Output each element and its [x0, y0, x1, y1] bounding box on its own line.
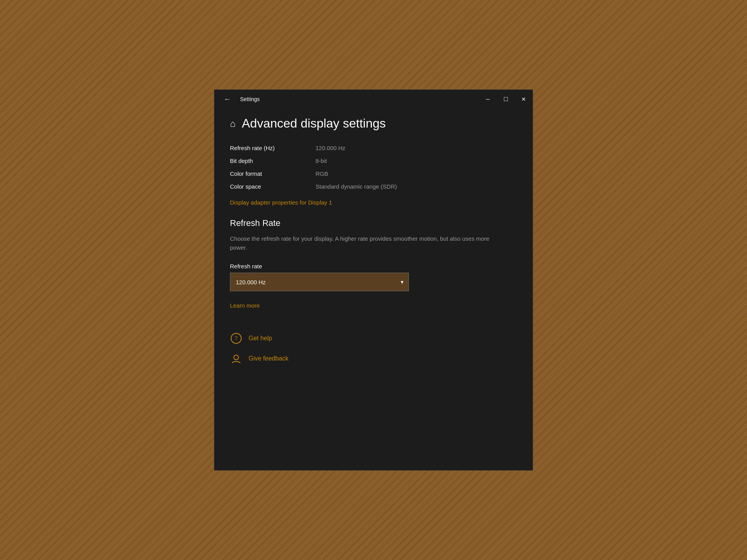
info-value-bit-depth: 8-bit	[316, 158, 327, 164]
maximize-button[interactable]: ☐	[497, 90, 515, 108]
adapter-properties-link[interactable]: Display adapter properties for Display 1	[230, 199, 332, 206]
give-feedback-icon	[230, 352, 242, 365]
refresh-rate-select[interactable]: 60.000 Hz 120.000 Hz	[230, 273, 409, 291]
give-feedback-link[interactable]: Give feedback	[230, 352, 517, 365]
back-button[interactable]: ←	[221, 94, 234, 105]
refresh-rate-dropdown-wrapper[interactable]: 60.000 Hz 120.000 Hz	[230, 273, 409, 291]
learn-more-link[interactable]: Learn more	[230, 302, 260, 309]
settings-window: ← Settings ─ ☐ ✕ ⌂ Advanced display sett…	[214, 89, 533, 471]
info-row-bit-depth: Bit depth 8-bit	[230, 154, 517, 167]
info-row-color-format: Color format RGB	[230, 167, 517, 180]
title-bar-controls: ─ ☐ ✕	[479, 90, 533, 108]
svg-point-2	[234, 355, 238, 360]
title-bar-left: ← Settings	[221, 94, 260, 105]
refresh-rate-section-title: Refresh Rate	[230, 218, 517, 228]
close-button[interactable]: ✕	[515, 90, 533, 108]
bottom-links: ? Get help Give feedback	[230, 332, 517, 365]
info-value-refresh-rate: 120.000 Hz	[316, 145, 345, 151]
minimize-button[interactable]: ─	[479, 90, 497, 108]
page-header: ⌂ Advanced display settings	[230, 116, 517, 131]
window-title: Settings	[240, 96, 260, 102]
svg-text:?: ?	[235, 335, 237, 341]
refresh-rate-description: Choose the refresh rate for your display…	[230, 234, 494, 252]
info-label-color-space: Color space	[230, 183, 316, 190]
info-row-refresh-rate: Refresh rate (Hz) 120.000 Hz	[230, 142, 517, 154]
refresh-rate-dropdown-label: Refresh rate	[230, 263, 517, 270]
title-bar: ← Settings ─ ☐ ✕	[214, 90, 533, 108]
get-help-link[interactable]: ? Get help	[230, 332, 517, 345]
info-value-color-space: Standard dynamic range (SDR)	[316, 183, 397, 190]
content-area: ⌂ Advanced display settings Refresh rate…	[214, 108, 533, 470]
info-label-color-format: Color format	[230, 170, 316, 177]
get-help-icon: ?	[230, 332, 242, 345]
info-label-bit-depth: Bit depth	[230, 158, 316, 164]
home-icon[interactable]: ⌂	[230, 118, 236, 129]
info-row-color-space: Color space Standard dynamic range (SDR)	[230, 180, 517, 193]
page-title: Advanced display settings	[242, 116, 386, 131]
info-table: Refresh rate (Hz) 120.000 Hz Bit depth 8…	[230, 142, 517, 193]
info-value-color-format: RGB	[316, 170, 328, 177]
give-feedback-label: Give feedback	[249, 355, 288, 362]
info-label-refresh-rate: Refresh rate (Hz)	[230, 145, 316, 151]
get-help-label: Get help	[249, 335, 272, 342]
